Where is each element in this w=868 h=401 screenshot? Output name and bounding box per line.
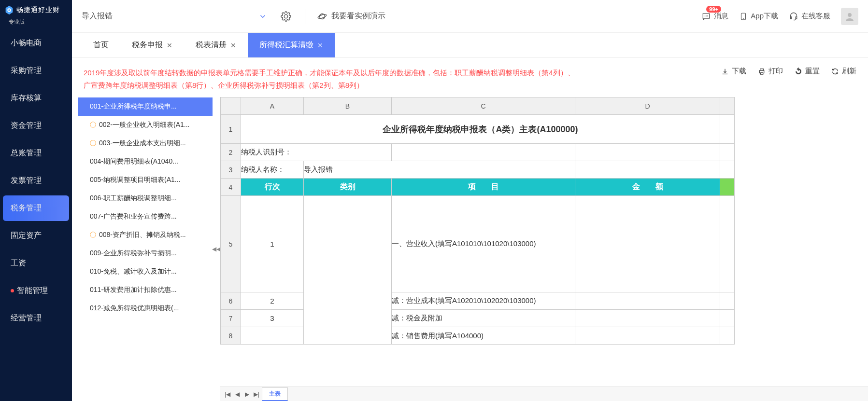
row-header[interactable]: 2	[221, 144, 241, 161]
nav-item[interactable]: 资金管理	[0, 112, 72, 139]
close-icon[interactable]: ✕	[317, 41, 323, 49]
th-item[interactable]: 项 目	[392, 179, 575, 196]
download-button[interactable]: 下载	[721, 67, 746, 76]
taxpayer-id-label[interactable]: 纳税人识别号：	[241, 144, 392, 161]
nav-item[interactable]: 总账管理	[0, 139, 72, 167]
tree-item[interactable]: ⓘ002-一般企业收入明细表(A1...	[78, 116, 213, 134]
tree-item[interactable]: 005-纳税调整项目明细表(A1...	[78, 171, 213, 189]
chat-icon	[701, 12, 711, 21]
sheet-title[interactable]: 企业所得税年度纳税申报表（A类）主表(A100000)	[241, 115, 720, 144]
data-cell[interactable]: 减：销售费用(填写A104000)	[392, 327, 575, 345]
avatar[interactable]	[841, 8, 858, 25]
reset-button[interactable]: 重置	[795, 67, 820, 76]
nav-item[interactable]: 发票管理	[0, 167, 72, 194]
data-cell[interactable]	[575, 310, 720, 327]
col-header-d[interactable]: D	[575, 97, 720, 115]
messages-button[interactable]: 99+ 消息	[701, 12, 728, 21]
close-icon[interactable]: ✕	[230, 41, 236, 49]
row-header[interactable]: 6	[221, 292, 241, 310]
data-cell[interactable]	[575, 292, 720, 310]
data-cell[interactable]	[241, 327, 304, 345]
nav-item[interactable]: 库存核算	[0, 84, 72, 112]
row-header[interactable]: 7	[221, 310, 241, 327]
tree-item-label: 007-广告费和业务宣传费跨...	[90, 212, 177, 221]
print-button[interactable]: 打印	[758, 67, 783, 76]
col-header-c[interactable]: C	[392, 97, 575, 115]
th-amount[interactable]: 金 额	[575, 179, 720, 196]
data-cell[interactable]: 一、营业收入(填写A101010\101020\103000)	[392, 196, 575, 292]
app-download-button[interactable]: App下载	[739, 12, 778, 21]
nav-item[interactable]: 采购管理	[0, 57, 72, 84]
question-icon: ⓘ	[90, 231, 96, 239]
support-button[interactable]: 在线客服	[789, 12, 830, 21]
tree-item[interactable]: 009-企业所得税弥补亏损明...	[78, 244, 213, 263]
sheet-nav-prev[interactable]: ◀	[233, 391, 242, 398]
tree-item[interactable]: 007-广告费和业务宣传费跨...	[78, 207, 213, 226]
close-icon[interactable]: ✕	[167, 41, 172, 49]
page-tab[interactable]: 税务申报✕	[120, 33, 184, 57]
svg-point-9	[848, 13, 852, 17]
row-header[interactable]: 3	[221, 161, 241, 179]
data-cell[interactable]: 减：税金及附加	[392, 310, 575, 327]
tree-item[interactable]: 001-企业所得税年度纳税申...	[78, 97, 213, 116]
sheet-tab-main[interactable]: 主表	[262, 387, 288, 401]
tree-item[interactable]: 011-研发费用加计扣除优惠...	[78, 281, 213, 299]
sheet-corner[interactable]	[221, 97, 241, 115]
taxpayer-name-value[interactable]: 导入报错	[304, 161, 575, 179]
search-input[interactable]: 导入报错	[82, 11, 113, 21]
col-header-a[interactable]: A	[241, 97, 304, 115]
data-cell[interactable]	[575, 196, 720, 292]
data-cell[interactable]: 2	[241, 292, 304, 310]
sheet-nav-last[interactable]: ▶|	[252, 391, 261, 398]
nav-item[interactable]: 智能管理	[0, 277, 72, 304]
tree-item-label: 008-资产折旧、摊销及纳税...	[99, 231, 186, 239]
notice-text: 2019年度涉及取以前年度结转数据的申报表单元格需要手工维护正确，才能保证本年及…	[84, 67, 581, 91]
gear-icon[interactable]	[279, 9, 293, 24]
collapse-handle[interactable]: ◀◀	[213, 97, 220, 401]
tree-item[interactable]: ⓘ008-资产折旧、摊销及纳税...	[78, 226, 213, 244]
col-header-b[interactable]: B	[304, 97, 392, 115]
spreadsheet[interactable]: A B C D 1 企业所得税年度纳税申报表（A类）主表(A100000)	[220, 97, 868, 387]
page-tab[interactable]: 所得税汇算清缴✕	[248, 33, 335, 57]
page-tab[interactable]: 首页	[82, 33, 120, 57]
question-icon: ⓘ	[90, 121, 96, 129]
row-header[interactable]: 1	[221, 115, 241, 144]
nav-item[interactable]: 小畅电商	[0, 29, 72, 57]
nav-item[interactable]: 工资	[0, 249, 72, 277]
data-cell[interactable]: 1	[241, 196, 304, 292]
message-badge: 99+	[706, 6, 721, 13]
sheet-nav-next[interactable]: ▶	[242, 391, 251, 398]
tree-item-label: 006-职工薪酬纳税调整明细...	[90, 194, 177, 203]
taxpayer-name-label[interactable]: 纳税人名称：	[241, 161, 304, 179]
nav-item[interactable]: 经营管理	[0, 304, 72, 332]
tree-item-label: 004-期间费用明细表(A1040...	[90, 157, 178, 166]
col-header-e[interactable]	[720, 97, 735, 115]
data-cell[interactable]: 减：营业成本(填写A102010\102020\103000)	[392, 292, 575, 310]
tree-item[interactable]: 006-职工薪酬纳税调整明细...	[78, 189, 213, 207]
divider	[305, 9, 305, 24]
th-rownum[interactable]: 行次	[241, 179, 304, 196]
tree-item[interactable]: 010-免税、减计收入及加计...	[78, 263, 213, 281]
data-cell[interactable]: 3	[241, 310, 304, 327]
tree-item[interactable]: 004-期间费用明细表(A1040...	[78, 152, 213, 171]
demo-link[interactable]: 我要看实例演示	[317, 11, 385, 22]
tree-item[interactable]: 012-减免所得税优惠明细表(...	[78, 299, 213, 318]
svg-point-1	[8, 9, 10, 11]
phone-icon	[739, 12, 748, 21]
page-tabs: 首页税务申报✕税表清册✕所得税汇算清缴✕	[72, 33, 868, 58]
page-tab[interactable]: 税表清册✕	[184, 33, 248, 57]
data-cell[interactable]	[304, 196, 392, 345]
tree-item-label: 009-企业所得税弥补亏损明...	[90, 249, 177, 258]
headset-icon	[789, 12, 798, 21]
data-cell[interactable]	[575, 327, 720, 345]
sheet-nav-first[interactable]: |◀	[223, 391, 232, 398]
th-category[interactable]: 类别	[304, 179, 392, 196]
nav-item[interactable]: 税务管理	[3, 195, 69, 221]
tree-item[interactable]: ⓘ003-一般企业成本支出明细...	[78, 134, 213, 152]
chevron-down-icon[interactable]	[256, 9, 270, 24]
refresh-button[interactable]: 刷新	[831, 67, 856, 76]
row-header[interactable]: 8	[221, 327, 241, 345]
row-header[interactable]: 5	[221, 196, 241, 292]
nav-item[interactable]: 固定资产	[0, 222, 72, 249]
row-header[interactable]: 4	[221, 179, 241, 196]
